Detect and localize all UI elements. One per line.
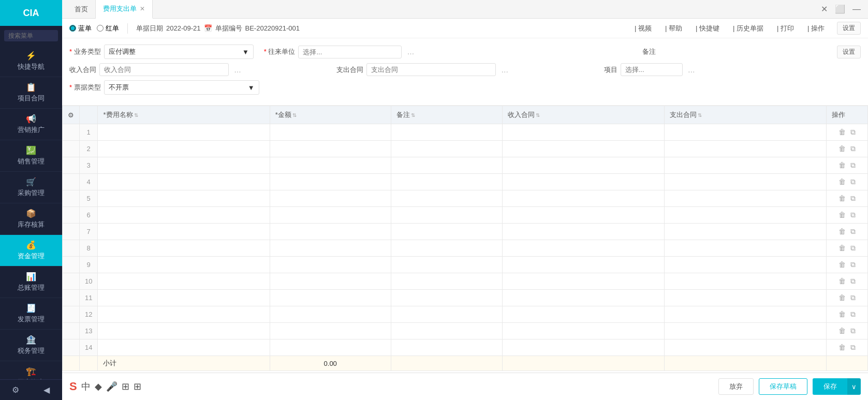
sidebar-item-tax[interactable]: 🏦税务管理 bbox=[0, 330, 62, 361]
delete-btn-9[interactable]: 🗑 bbox=[837, 259, 847, 270]
amount-cell-9[interactable] bbox=[270, 257, 391, 273]
remark-cell-12[interactable] bbox=[391, 306, 502, 323]
expense-name-cell-9[interactable] bbox=[98, 257, 270, 273]
footer-mic-icon[interactable]: 🎤 bbox=[106, 381, 117, 392]
sidebar-item-marketing[interactable]: 📢营销推广 bbox=[0, 109, 62, 140]
delete-btn-13[interactable]: 🗑 bbox=[837, 325, 847, 336]
project-more-btn[interactable]: … bbox=[686, 65, 697, 75]
toolbar-btn-help[interactable]: | 帮助 bbox=[661, 23, 686, 34]
remark-cell-4[interactable] bbox=[391, 174, 502, 190]
copy-btn-14[interactable]: ⧉ bbox=[849, 342, 857, 353]
radio-input-blue[interactable] bbox=[69, 25, 76, 32]
remark-cell-7[interactable] bbox=[391, 224, 502, 240]
copy-btn-6[interactable]: ⧉ bbox=[849, 210, 857, 220]
expense-contract-cell-1[interactable] bbox=[664, 124, 826, 141]
remark-cell-1[interactable] bbox=[391, 124, 502, 141]
minimize-window-icon[interactable]: — bbox=[850, 4, 863, 15]
sidebar-audio-btn[interactable]: ◀ bbox=[31, 380, 62, 400]
income-contract-more-btn[interactable]: … bbox=[232, 65, 243, 75]
copy-btn-4[interactable]: ⧉ bbox=[849, 176, 857, 187]
amount-cell-7[interactable] bbox=[270, 224, 391, 240]
sidebar-settings-btn[interactable]: ⚙ bbox=[0, 380, 31, 400]
set-button[interactable]: 设置 bbox=[837, 22, 861, 35]
sidebar-item-purchase[interactable]: 🛒采购管理 bbox=[0, 172, 62, 203]
amount-cell-2[interactable] bbox=[270, 141, 391, 157]
footer-grid2-icon[interactable]: ⊞ bbox=[134, 381, 141, 392]
expense-name-cell-7[interactable] bbox=[98, 224, 270, 240]
copy-btn-2[interactable]: ⧉ bbox=[849, 143, 857, 154]
income-contract-cell-13[interactable] bbox=[502, 323, 664, 339]
expense-name-cell-6[interactable] bbox=[98, 207, 270, 224]
delete-btn-8[interactable]: 🗑 bbox=[837, 243, 847, 253]
save-button[interactable]: 保存 bbox=[813, 378, 847, 395]
amount-cell-12[interactable] bbox=[270, 306, 391, 323]
search-input[interactable] bbox=[4, 30, 58, 41]
remark-cell-14[interactable] bbox=[391, 339, 502, 356]
close-window-icon[interactable]: ✕ bbox=[819, 3, 830, 15]
calendar-icon[interactable]: 📅 bbox=[204, 24, 212, 32]
toolbar-btn-history[interactable]: | 历史单据 bbox=[729, 23, 768, 34]
remark-cell-11[interactable] bbox=[391, 290, 502, 306]
amount-cell-4[interactable] bbox=[270, 174, 391, 190]
radio-blue[interactable]: 蓝单 bbox=[69, 24, 92, 33]
expense-name-cell-5[interactable] bbox=[98, 190, 270, 207]
amount-cell-6[interactable] bbox=[270, 207, 391, 224]
expense-name-cell-12[interactable] bbox=[98, 306, 270, 323]
copy-btn-11[interactable]: ⧉ bbox=[849, 292, 857, 303]
sidebar-item-project-contract[interactable]: 📋项目合同 bbox=[0, 77, 62, 109]
amount-cell-8[interactable] bbox=[270, 240, 391, 257]
delete-btn-3[interactable]: 🗑 bbox=[837, 160, 847, 170]
copy-btn-5[interactable]: ⧉ bbox=[849, 193, 857, 204]
copy-btn-9[interactable]: ⧉ bbox=[849, 259, 857, 270]
sidebar-item-ledger[interactable]: 📊总账管理 bbox=[0, 266, 62, 298]
delete-btn-14[interactable]: 🗑 bbox=[837, 342, 847, 352]
income-contract-cell-10[interactable] bbox=[502, 273, 664, 290]
delete-btn-5[interactable]: 🗑 bbox=[837, 193, 847, 203]
remark-cell-3[interactable] bbox=[391, 157, 502, 174]
toolbar-btn-video[interactable]: | 视频 bbox=[630, 23, 656, 34]
amount-cell-14[interactable] bbox=[270, 339, 391, 356]
footer-grid1-icon[interactable]: ⊞ bbox=[122, 381, 129, 392]
remark-cell-13[interactable] bbox=[391, 323, 502, 339]
expense-contract-cell-10[interactable] bbox=[664, 273, 826, 290]
th-amount[interactable]: *金额⇅ bbox=[270, 106, 391, 124]
expense-contract-cell-8[interactable] bbox=[664, 240, 826, 257]
th-expense-name[interactable]: *费用名称⇅ bbox=[98, 106, 270, 124]
radio-red[interactable]: 红单 bbox=[97, 24, 119, 33]
remark-cell-9[interactable] bbox=[391, 257, 502, 273]
income-contract-cell-9[interactable] bbox=[502, 257, 664, 273]
expense-contract-cell-11[interactable] bbox=[664, 290, 826, 306]
income-contract-cell-3[interactable] bbox=[502, 157, 664, 174]
expense-contract-cell-7[interactable] bbox=[664, 224, 826, 240]
expense-contract-more-btn[interactable]: … bbox=[499, 65, 510, 75]
expense-name-cell-8[interactable] bbox=[98, 240, 270, 257]
income-contract-cell-12[interactable] bbox=[502, 306, 664, 323]
invoice-type-select[interactable]: 不开票 ▼ bbox=[104, 80, 259, 95]
delete-btn-1[interactable]: 🗑 bbox=[837, 127, 847, 137]
th-income-contract[interactable]: 收入合同⇅ bbox=[502, 106, 664, 124]
delete-btn-6[interactable]: 🗑 bbox=[837, 210, 847, 220]
sidebar-item-fixed-assets[interactable]: 🏗️固定资产 bbox=[0, 361, 62, 379]
amount-cell-11[interactable] bbox=[270, 290, 391, 306]
footer-diamond-icon[interactable]: ◆ bbox=[95, 381, 102, 392]
expense-name-cell-14[interactable] bbox=[98, 339, 270, 356]
discard-button[interactable]: 放弃 bbox=[718, 378, 754, 395]
expense-contract-cell-3[interactable] bbox=[664, 157, 826, 174]
footer-zh-icon[interactable]: 中 bbox=[81, 380, 91, 393]
sidebar-item-invoice[interactable]: 🧾发票管理 bbox=[0, 298, 62, 330]
delete-btn-11[interactable]: 🗑 bbox=[837, 292, 847, 303]
amount-cell-10[interactable] bbox=[270, 273, 391, 290]
delete-btn-7[interactable]: 🗑 bbox=[837, 226, 847, 236]
tab-close-expense[interactable]: ✕ bbox=[140, 5, 145, 12]
income-contract-input[interactable] bbox=[99, 63, 229, 76]
delete-btn-12[interactable]: 🗑 bbox=[837, 309, 847, 319]
th-config[interactable]: ⚙ bbox=[63, 106, 80, 124]
copy-btn-13[interactable]: ⧉ bbox=[849, 325, 857, 336]
toolbar-btn-shortcut[interactable]: | 快捷键 bbox=[692, 23, 724, 34]
remark-cell-5[interactable] bbox=[391, 190, 502, 207]
expense-name-cell-13[interactable] bbox=[98, 323, 270, 339]
footer-s-icon[interactable]: S bbox=[69, 380, 77, 393]
copy-btn-3[interactable]: ⧉ bbox=[849, 160, 857, 171]
amount-cell-5[interactable] bbox=[270, 190, 391, 207]
expense-contract-cell-6[interactable] bbox=[664, 207, 826, 224]
